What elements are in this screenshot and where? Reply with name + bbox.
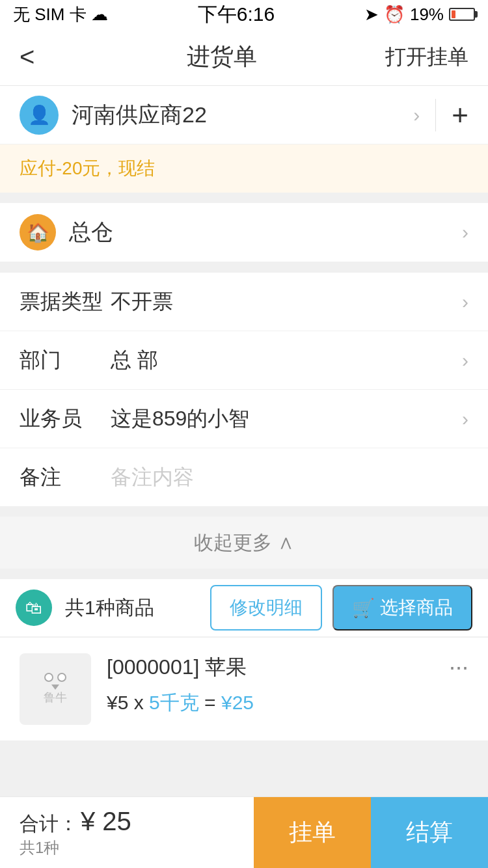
dept-row[interactable]: 部门 总 部 ›	[0, 331, 488, 389]
main-content: 👤 河南供应商22 › + 应付-20元，现结 🏠 总仓 › 票据类型 不开票 …	[0, 86, 488, 819]
select-icon: 🛒	[352, 597, 375, 619]
warehouse-row[interactable]: 🏠 总仓 ›	[0, 203, 488, 262]
status-right: ➤ ⏰ 19%	[364, 5, 475, 25]
sales-row[interactable]: 业务员 这是859的小智 ›	[0, 389, 488, 448]
product-quantity: 5千克	[149, 692, 199, 713]
sim-label: 无 SIM 卡 ☁	[13, 3, 108, 26]
remark-row[interactable]: 备注 备注内容	[0, 448, 488, 506]
product-thumbnail: 鲁牛	[20, 653, 91, 725]
warehouse-name: 总仓	[69, 217, 462, 247]
total-label: 合计：	[20, 811, 78, 837]
owl-text: 鲁牛	[44, 690, 67, 705]
invoice-label: 票据类型	[20, 288, 111, 316]
product-header: 🛍 共1种商品 修改明细 🛒 选择商品	[0, 579, 488, 636]
battery-label: 19%	[410, 5, 444, 25]
product-name: [0000001] 苹果	[107, 653, 449, 682]
status-bar: 无 SIM 卡 ☁ 下午6:16 ➤ ⏰ 19%	[0, 0, 488, 29]
product-item: 鲁牛 [0000001] 苹果 ¥5 x 5千克 = ¥25 ···	[0, 638, 488, 740]
select-label: 选择商品	[380, 595, 453, 620]
hang-button[interactable]: 挂单	[254, 797, 371, 868]
product-info: [0000001] 苹果 ¥5 x 5千克 = ¥25	[107, 653, 449, 716]
status-left: 无 SIM 卡 ☁	[13, 3, 108, 26]
bottom-bar: 合计： ¥ 25 共1种 挂单 结算	[0, 796, 488, 868]
total-count: 共1种	[20, 837, 234, 858]
cart-icon: 🛍	[16, 590, 52, 626]
total-amount: ¥ 25	[81, 807, 131, 836]
product-total: ¥25	[221, 692, 254, 713]
location-icon: ➤	[364, 5, 379, 25]
sales-value: 这是859的小智	[111, 405, 462, 433]
supplier-avatar: 👤	[20, 96, 59, 135]
edit-detail-button[interactable]: 修改明细	[210, 585, 322, 631]
chevron-right-icon: ›	[462, 349, 468, 372]
invoice-row[interactable]: 票据类型 不开票 ›	[0, 272, 488, 331]
remark-label: 备注	[20, 463, 111, 492]
add-button[interactable]: +	[452, 101, 468, 129]
nav-bar: < 进货单 打开挂单	[0, 29, 488, 86]
remark-placeholder: 备注内容	[111, 463, 468, 492]
cart-symbol: 🛍	[25, 598, 42, 618]
price-separator: x	[134, 692, 149, 713]
back-button[interactable]: <	[20, 42, 59, 72]
warehouse-card[interactable]: 🏠 总仓 ›	[0, 203, 488, 262]
status-time: 下午6:16	[198, 1, 275, 28]
form-card: 票据类型 不开票 › 部门 总 部 › 业务员 这是859的小智 › 备注 备注…	[0, 272, 488, 506]
chevron-right-icon: ›	[462, 291, 468, 313]
alarm-icon: ⏰	[384, 5, 405, 25]
divider	[435, 99, 436, 131]
invoice-value: 不开票	[111, 288, 462, 316]
supplier-name: 河南供应商22	[72, 100, 413, 130]
supplier-row[interactable]: 👤 河南供应商22 › +	[0, 86, 488, 144]
dept-value: 总 部	[111, 346, 462, 375]
notice-bar: 应付-20元，现结	[0, 144, 488, 193]
product-code: [0000001]	[107, 655, 199, 679]
supplier-card: 👤 河南供应商22 › + 应付-20元，现结	[0, 86, 488, 193]
battery-icon	[449, 8, 475, 21]
total-row: 合计： ¥ 25	[20, 807, 234, 837]
chevron-right-icon: ›	[462, 221, 468, 243]
collapse-label: 收起更多 ∧	[194, 530, 293, 556]
collapse-bar[interactable]: 收起更多 ∧	[0, 517, 488, 569]
more-options-button[interactable]: ···	[449, 653, 468, 681]
equals-sign: =	[204, 692, 221, 713]
product-price: ¥5 x 5千克 = ¥25	[107, 690, 449, 716]
warehouse-icon: 🏠	[20, 214, 56, 251]
select-product-button[interactable]: 🛒 选择商品	[332, 585, 472, 631]
open-hang-button[interactable]: 打开挂单	[385, 43, 468, 72]
page-title: 进货单	[187, 41, 257, 73]
checkout-button[interactable]: 结算	[371, 797, 488, 868]
supplier-icon: 👤	[28, 104, 51, 126]
chevron-right-icon: ›	[413, 104, 420, 126]
owl-logo: 鲁牛	[44, 673, 67, 705]
sales-label: 业务员	[20, 405, 111, 433]
price-value: ¥5	[107, 692, 128, 713]
dept-label: 部门	[20, 346, 111, 375]
product-name-text: 苹果	[205, 655, 247, 679]
chevron-right-icon: ›	[462, 408, 468, 430]
total-section: 合计： ¥ 25 共1种	[0, 797, 254, 868]
product-count: 共1种商品	[65, 595, 210, 621]
